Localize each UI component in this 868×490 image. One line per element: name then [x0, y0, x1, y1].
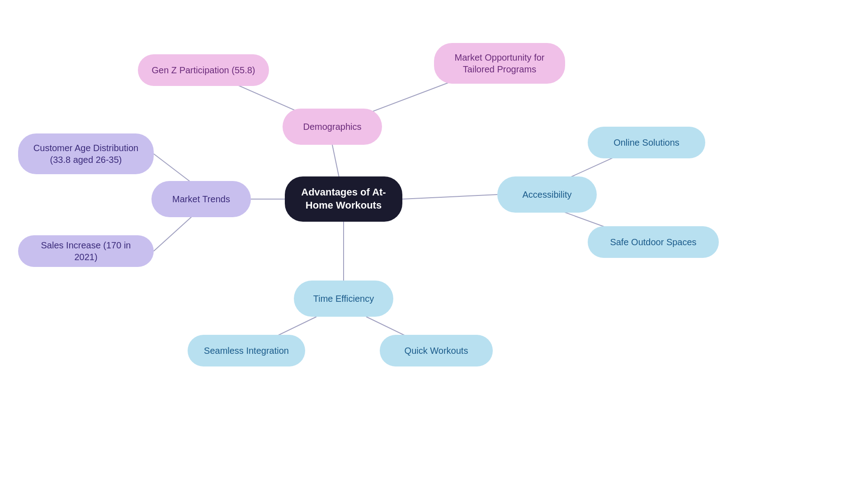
quick-workouts-label: Quick Workouts [405, 345, 468, 357]
sales-increase-label: Sales Increase (170 in 2021) [29, 239, 143, 263]
safe-outdoor-label: Safe Outdoor Spaces [610, 236, 696, 248]
seamless-integration-node: Seamless Integration [188, 335, 305, 366]
market-opportunity-node: Market Opportunity for Tailored Programs [434, 43, 565, 84]
quick-workouts-node: Quick Workouts [380, 335, 493, 366]
market-trends-label: Market Trends [172, 193, 230, 205]
seamless-integration-label: Seamless Integration [204, 345, 289, 357]
customer-age-node: Customer Age Distribution (33.8 aged 26-… [18, 133, 154, 174]
gen-z-node: Gen Z Participation (55.8) [138, 54, 269, 86]
accessibility-node: Accessibility [497, 176, 597, 213]
sales-increase-node: Sales Increase (170 in 2021) [18, 235, 154, 267]
demographics-label: Demographics [303, 121, 362, 133]
center-node: Advantages of At-Home Workouts [285, 176, 402, 222]
time-efficiency-node: Time Efficiency [294, 281, 393, 317]
demographics-node: Demographics [283, 109, 382, 145]
svg-line-6 [402, 195, 497, 199]
online-solutions-label: Online Solutions [613, 137, 679, 148]
gen-z-label: Gen Z Participation (55.8) [152, 64, 255, 76]
market-opportunity-label: Market Opportunity for Tailored Programs [445, 52, 554, 75]
time-efficiency-label: Time Efficiency [313, 293, 374, 304]
safe-outdoor-node: Safe Outdoor Spaces [588, 226, 719, 258]
center-label: Advantages of At-Home Workouts [296, 186, 392, 212]
online-solutions-node: Online Solutions [588, 127, 705, 158]
market-trends-node: Market Trends [151, 181, 251, 217]
customer-age-label: Customer Age Distribution (33.8 aged 26-… [29, 142, 143, 166]
accessibility-label: Accessibility [523, 189, 572, 200]
